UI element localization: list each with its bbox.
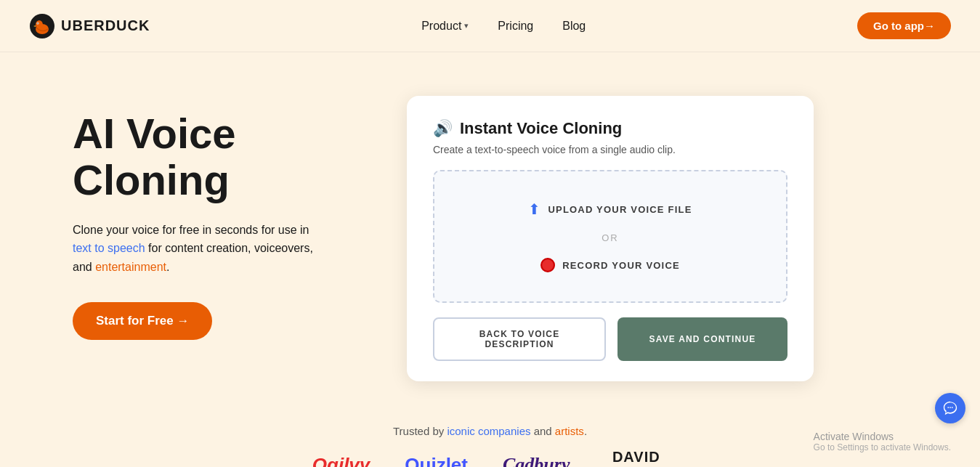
- nav-pricing-link[interactable]: Pricing: [498, 20, 533, 33]
- record-icon: [540, 258, 555, 272]
- start-free-button[interactable]: Start for Free →: [73, 302, 212, 340]
- hero-description: Clone your voice for free in seconds for…: [73, 221, 320, 277]
- voice-cloning-card: 🔊 Instant Voice Cloning Create a text-to…: [407, 96, 814, 381]
- nav-pricing-label: Pricing: [498, 20, 533, 33]
- card-footer: BACK TO VOICE DESCRIPTION SAVE AND CONTI…: [433, 317, 787, 361]
- brand-quizlet: Quizlet: [405, 454, 468, 468]
- upload-label: UPLOAD YOUR VOICE FILE: [548, 204, 692, 215]
- card-subtitle: Create a text-to-speech voice from a sin…: [433, 144, 787, 155]
- windows-watermark-title: Activate Windows: [814, 431, 951, 442]
- card-header: 🔊 Instant Voice Cloning: [433, 119, 787, 138]
- nav-blog-link[interactable]: Blog: [562, 20, 586, 33]
- record-voice-button[interactable]: RECORD YOUR VOICE: [540, 258, 680, 272]
- svg-point-4: [37, 23, 38, 23]
- main-content: AI Voice Cloning Clone your voice for fr…: [0, 52, 980, 410]
- hero-title: AI Voice Cloning: [73, 110, 349, 203]
- logo-text: UBERDUCK: [61, 17, 150, 34]
- nav-center: Product ▾ Pricing Blog: [421, 20, 586, 33]
- chat-icon-button[interactable]: [935, 393, 965, 423]
- brand-ogilvy: Ogilvy: [312, 454, 370, 468]
- back-to-voice-description-button[interactable]: BACK TO VOICE DESCRIPTION: [433, 317, 606, 361]
- or-divider: OR: [602, 232, 619, 243]
- card-title: Instant Voice Cloning: [460, 119, 622, 138]
- chevron-down-icon: ▾: [464, 21, 469, 31]
- svg-point-6: [947, 407, 949, 408]
- chat-icon: [942, 400, 958, 416]
- nav-product-link[interactable]: Product ▾: [421, 20, 469, 33]
- brand-cadbury: Cadbury: [503, 454, 570, 467]
- upload-voice-button[interactable]: ⬆ UPLOAD YOUR VOICE FILE: [528, 200, 692, 218]
- record-label: RECORD YOUR VOICE: [562, 260, 680, 271]
- svg-point-8: [952, 407, 953, 408]
- logo-area: UBERDUCK: [29, 13, 150, 39]
- hero-section: AI Voice Cloning Clone your voice for fr…: [73, 96, 349, 340]
- svg-point-7: [949, 407, 951, 408]
- nav-product-label: Product: [421, 20, 461, 33]
- navbar: UBERDUCK Product ▾ Pricing Blog Go to ap…: [0, 0, 980, 52]
- go-to-app-button[interactable]: Go to app→: [857, 12, 951, 39]
- save-and-continue-button[interactable]: SAVE AND CONTINUE: [617, 317, 787, 361]
- windows-watermark: Activate Windows Go to Settings to activ…: [814, 431, 951, 452]
- windows-watermark-subtitle: Go to Settings to activate Windows.: [814, 442, 951, 452]
- speaker-icon: 🔊: [433, 119, 453, 138]
- upload-icon: ⬆: [528, 200, 540, 218]
- navbar-right: Go to app→: [857, 12, 951, 39]
- nav-blog-label: Blog: [562, 20, 586, 33]
- brand-david-guetta: DAVID GUETTA: [604, 449, 668, 467]
- upload-area: ⬆ UPLOAD YOUR VOICE FILE OR RECORD YOUR …: [433, 170, 787, 303]
- logo-icon: [29, 13, 55, 39]
